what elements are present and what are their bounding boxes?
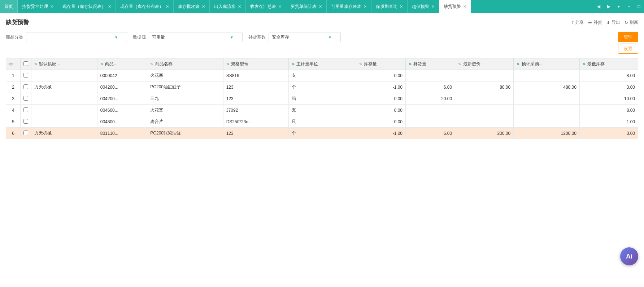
page-header: 缺货预警 ⤴ 分享 ☰ 补货 ⬇ 导出 ↻ 刷新 — [6, 19, 638, 26]
close-tab-shortage[interactable]: ✕ — [463, 4, 466, 9]
export-icon: ⬇ — [606, 20, 610, 25]
cell-supplier — [31, 105, 97, 116]
cell-goods-name: 三九 — [147, 93, 223, 105]
row-check-cell[interactable] — [21, 93, 31, 105]
replenish-base-select-value: 安全库存 — [272, 34, 328, 40]
replenish-base-select[interactable]: 安全库存 ▼ — [269, 32, 341, 42]
tab-order-stat[interactable]: 要货单统计表 ✕ — [286, 0, 327, 13]
tab-expiry-query[interactable]: 保质期查询 ✕ — [371, 0, 408, 13]
th-latest-price[interactable]: ⇅ 最新进价 — [455, 58, 514, 70]
close-tab-inventory-status[interactable]: ✕ — [108, 4, 111, 9]
tab-overstock[interactable]: 超储预警 ✕ — [408, 0, 439, 13]
cell-est-purchase — [514, 116, 580, 128]
cell-unit: 支 — [289, 105, 356, 116]
page-title: 缺货预警 — [6, 19, 29, 26]
tab-abnormal[interactable]: 拣货异常处理 ✕ — [18, 0, 58, 13]
close-tab-abnormal[interactable]: ✕ — [50, 4, 53, 9]
row-check-cell[interactable] — [21, 128, 31, 139]
cell-unit: 个 — [289, 128, 356, 139]
row-checkbox[interactable] — [23, 131, 28, 135]
chevron-down-icon-3: ▼ — [328, 35, 332, 39]
close-tab-inventory-dist[interactable]: ✕ — [166, 4, 169, 9]
replenish-btn[interactable]: ☰ 补货 — [588, 19, 602, 26]
th-est-purchase[interactable]: ⇅ 预计采购... — [514, 58, 580, 70]
header-actions: ⤴ 分享 ☰ 补货 ⬇ 导出 ↻ 刷新 — [571, 19, 638, 26]
row-check-cell[interactable] — [21, 81, 31, 93]
datasource-select[interactable]: 可用量 ▼ — [149, 32, 243, 42]
cell-goods-name: 火花塞 — [147, 70, 223, 81]
cell-stock: 0.00 — [356, 105, 405, 116]
select-all-checkbox[interactable] — [23, 61, 28, 66]
cell-replenish: 6.00 — [406, 81, 455, 93]
cell-unit: 箱 — [289, 93, 356, 105]
row-checkbox[interactable] — [23, 107, 28, 112]
cell-est-purchase: 480.00 — [514, 81, 580, 93]
th-supplier[interactable]: ⇅ 默认供应... — [31, 58, 97, 70]
cell-est-purchase — [514, 93, 580, 105]
close-tab-batch-account[interactable]: ✕ — [202, 4, 205, 9]
cell-min-stock: 1.00 — [579, 116, 638, 128]
th-unit[interactable]: ⇅ 主计量单位 — [289, 58, 356, 70]
close-tab-expiry-query[interactable]: ✕ — [400, 4, 403, 9]
close-tab-order-stat[interactable]: ✕ — [319, 4, 322, 9]
cell-est-purchase — [514, 70, 580, 81]
tab-inventory-dist[interactable]: 现存量（库存分布表） ✕ — [116, 0, 174, 13]
close-tab-inout-flow[interactable]: ✕ — [238, 4, 241, 9]
cell-supplier: 力天机械 — [31, 81, 97, 93]
tab-prev-btn[interactable]: ◀ — [593, 0, 604, 13]
row-checkbox[interactable] — [23, 84, 28, 89]
table-row: 5 004800... 离合片 DS250*23c... 只 0.00 1.00 — [6, 116, 638, 128]
cell-spec: J7092 — [223, 105, 288, 116]
gear-icon[interactable]: ⚙ — [9, 62, 13, 67]
th-replenish[interactable]: ⇅ 补货量 — [406, 58, 455, 70]
tab-available-ledger[interactable]: 可用量库存账本 ✕ — [327, 0, 371, 13]
cell-spec: SS816 — [223, 70, 288, 81]
tab-inventory-status[interactable]: 现存量（库存状况表） ✕ — [58, 0, 116, 13]
query-button[interactable]: 查询 — [618, 32, 638, 42]
row-checkbox[interactable] — [23, 73, 28, 78]
cell-est-purchase: 1200.00 — [514, 128, 580, 139]
row-check-cell[interactable] — [21, 116, 31, 128]
tab-home[interactable]: 首页 — [0, 0, 18, 13]
tab-next-btn[interactable]: ▶ — [604, 0, 614, 13]
close-tab-available-ledger[interactable]: ✕ — [364, 4, 367, 9]
cell-min-stock: 3.00 — [579, 128, 638, 139]
cell-latest-price — [455, 93, 514, 105]
category-select[interactable]: ▼ — [26, 32, 127, 42]
chevron-down-icon: ▼ — [114, 35, 118, 39]
tab-collect-summary[interactable]: 收发存汇总表 ✕ — [246, 0, 286, 13]
row-check-cell[interactable] — [21, 70, 31, 81]
close-tab-collect-summary[interactable]: ✕ — [278, 4, 282, 9]
tab-bar: 首页 拣货异常处理 ✕ 现存量（库存状况表） ✕ 现存量（库存分布表） ✕ 库存… — [0, 0, 644, 13]
cell-goods-code: 0000042 — [97, 70, 147, 81]
tab-maximize-btn[interactable]: □ — [634, 0, 644, 13]
tab-batch-account[interactable]: 库存批次账 ✕ — [174, 0, 210, 13]
th-goods-code[interactable]: ⇅ 商品... — [97, 58, 147, 70]
tab-shortage[interactable]: 缺货预警 ✕ — [439, 0, 471, 13]
settings-button[interactable]: 设置 — [618, 44, 638, 54]
th-stock[interactable]: ⇅ 库存量 — [356, 58, 405, 70]
th-min-stock[interactable]: ⇅ 最低库存 — [579, 58, 638, 70]
table-row: 4 004600... 火花塞 J7092 支 0.00 8.00 — [6, 105, 638, 116]
th-gear[interactable]: ⚙ — [6, 58, 21, 70]
ai-badge[interactable]: Ai — [620, 247, 638, 265]
export-btn[interactable]: ⬇ 导出 — [606, 19, 620, 26]
tab-minimize-btn[interactable]: − — [624, 0, 634, 13]
refresh-icon: ↻ — [625, 20, 628, 25]
th-spec[interactable]: ⇅ 规格型号 — [223, 58, 288, 70]
share-btn[interactable]: ⤴ 分享 — [571, 19, 584, 26]
refresh-btn[interactable]: ↻ 刷新 — [625, 19, 638, 26]
row-checkbox[interactable] — [23, 119, 28, 124]
cell-supplier — [31, 70, 97, 81]
close-tab-overstock[interactable]: ✕ — [431, 4, 435, 9]
cell-spec: 123 — [223, 81, 288, 93]
tab-menu-btn[interactable]: ▾ — [614, 0, 624, 13]
th-goods-name[interactable]: ⇅ 商品名称 — [147, 58, 223, 70]
row-checkbox[interactable] — [23, 96, 28, 101]
tab-inout-flow[interactable]: 出入库流水 ✕ — [210, 0, 246, 13]
shortage-table: ⚙ ⇅ 默认供应... ⇅ 商品... ⇅ 商品名称 ⇅ — [6, 58, 638, 139]
chevron-down-icon-2: ▼ — [230, 35, 234, 39]
cell-supplier: 力天机械 — [31, 128, 97, 139]
row-check-cell[interactable] — [21, 105, 31, 116]
th-check[interactable] — [21, 58, 31, 70]
